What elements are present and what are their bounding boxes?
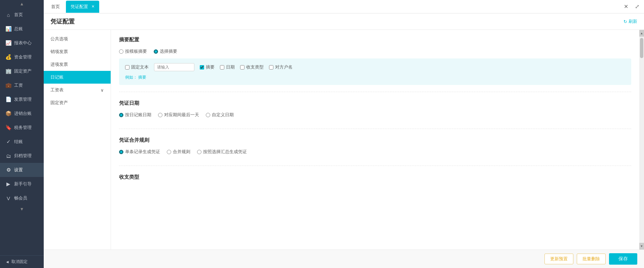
sidebar-item-label: 进销台账 [14,110,32,117]
merge-rules-title: 凭证合并规则 [119,137,631,143]
custom-date-input[interactable] [206,113,210,117]
sidebar-item-ledger[interactable]: 📊 总账 [0,22,44,36]
custom-date-radio[interactable]: 自定义日期 [206,112,234,118]
example-text: 例如： 摘要 [125,75,625,80]
summary-radio-group: 按模板摘要 选择摘要 [119,48,631,54]
scrollbar-down-button[interactable]: ▼ [639,243,644,250]
right-content: 摘要配置 按模板摘要 选择摘要 固定文本 [111,30,639,250]
example-value: 摘要 [138,75,146,80]
left-nav-item-journal[interactable]: 日记账 [44,71,111,84]
reports-icon: 📈 [5,40,11,46]
date-checkbox-label[interactable]: 日期 [220,64,235,70]
fixed-text-checkbox[interactable] [125,65,129,70]
tab-home[interactable]: 首页 [46,1,65,13]
sidebar-item-archive[interactable]: 🗂 归档管理 [0,149,44,163]
content-area: 公共选项 销项发票 进项发票 日记账 工资表 ∨ 固定资产 摘要配置 [44,30,644,250]
single-record-label: 单条记录生成凭证 [125,149,160,155]
date-checkbox[interactable] [220,65,224,70]
sidebar-item-member[interactable]: V 畅会员 [0,191,44,205]
single-record-input[interactable] [119,150,123,154]
summary-checkbox-label[interactable]: 摘要 [200,64,215,70]
update-preview-button[interactable]: 更新预置 [544,254,573,264]
left-nav-sales-label: 销项发票 [50,49,68,55]
payroll-icon: 💼 [5,82,11,88]
archive-icon: 🗂 [5,153,11,159]
by-selection-input[interactable] [197,150,201,154]
last-day-input[interactable] [158,113,162,117]
scrollbar-thumb[interactable] [640,38,643,58]
tab-close-button[interactable]: ✕ [91,4,94,9]
summary-checkbox[interactable] [200,65,204,70]
scrollbar-up-button[interactable]: ▲ [639,30,644,37]
fixed-text-checkbox-label[interactable]: 固定文本 [125,64,149,70]
select-summary-input[interactable] [154,49,158,54]
counterpart-name-checkbox[interactable] [269,65,273,70]
sidebar-item-label: 固定资产 [14,68,32,74]
guide-icon: ▶ [5,181,11,187]
template-summary-label: 按模板摘要 [125,48,147,54]
merge-rules-radio[interactable]: 合并规则 [167,149,190,155]
left-nav-purchase-label: 进项发票 [50,61,68,68]
left-nav-item-fixed-assets[interactable]: 固定资产 [44,96,111,109]
sidebar-item-payroll[interactable]: 💼 工资 [0,78,44,92]
sidebar-item-label: 首页 [14,12,23,18]
close-window-button[interactable]: ✕ [622,3,630,10]
left-nav-journal-label: 日记账 [50,74,64,80]
select-summary-radio[interactable]: 选择摘要 [154,48,177,54]
sidebar-scroll-down[interactable]: ▼ [0,205,44,213]
sidebar-item-home[interactable]: ⌂ 首页 [0,8,44,22]
by-selection-label: 按照选择汇总生成凭证 [203,149,247,155]
refresh-button[interactable]: ↻ 刷新 [623,18,637,25]
tab-voucher-config[interactable]: 凭证配置 ✕ [66,1,99,13]
counterpart-name-label: 对方户名 [275,64,293,70]
sidebar-item-label: 归档管理 [14,153,32,159]
by-journal-date-input[interactable] [119,113,123,117]
left-nav-item-purchase-invoice[interactable]: 进项发票 [44,58,111,71]
tab-home-label: 首页 [51,4,60,10]
income-type-checkbox[interactable] [240,65,244,70]
purchase-sale-icon: 📦 [5,110,11,117]
sidebar-item-purchase-sale[interactable]: 📦 进销台账 [0,106,44,121]
left-nav-payroll-label: 工资表 [50,87,64,93]
tab-bar: 首页 凭证配置 ✕ ✕ ⤢ [44,0,644,13]
save-button[interactable]: 保存 [609,253,637,265]
counterpart-name-checkbox-label[interactable]: 对方户名 [269,64,293,70]
assets-icon: 🏢 [5,68,11,74]
left-nav-item-payroll-table[interactable]: 工资表 ∨ [44,84,111,96]
left-nav-item-public[interactable]: 公共选项 [44,33,111,45]
left-nav-item-sales-invoice[interactable]: 销项发票 [44,45,111,58]
batch-delete-button[interactable]: 批量删除 [577,254,606,264]
funds-icon: 💰 [5,54,11,60]
by-journal-date-radio[interactable]: 按日记账日期 [119,112,151,118]
income-type-label: 收支类型 [246,64,264,70]
sidebar-scroll-up[interactable]: ▲ [0,0,44,8]
sidebar-item-closing[interactable]: ✓ 结账 [0,135,44,149]
sidebar-item-funds[interactable]: 💰 资金管理 [0,50,44,64]
custom-date-label: 自定义日期 [212,112,234,118]
cancel-pin-button[interactable]: ◄ 取消固定 [0,255,44,268]
template-summary-radio[interactable]: 按模板摘要 [119,48,147,54]
by-selection-radio[interactable]: 按照选择汇总生成凭证 [197,149,247,155]
fixed-text-input[interactable] [154,63,194,71]
cancel-pin-label: 取消固定 [11,259,28,265]
sidebar-item-label: 新手引导 [14,181,32,187]
voucher-date-title: 凭证日期 [119,100,631,106]
page-title: 凭证配置 [50,17,75,26]
income-type-checkbox-label[interactable]: 收支类型 [240,64,264,70]
sidebar-item-assets[interactable]: 🏢 固定资产 [0,64,44,78]
merge-rules-input[interactable] [167,150,171,154]
sidebar-item-settings[interactable]: ⚙ 设置 [0,163,44,177]
expand-icon: ∨ [101,88,104,93]
sidebar-item-guide[interactable]: ▶ 新手引导 [0,177,44,191]
template-summary-input[interactable] [119,49,123,54]
single-record-radio[interactable]: 单条记录生成凭证 [119,149,160,155]
tab-voucher-config-label: 凭证配置 [71,4,88,10]
example-label: 例如： [125,75,137,80]
sidebar-item-tax[interactable]: 🔖 税务管理 [0,121,44,135]
tab-actions: ✕ ⤢ [622,3,641,10]
sidebar-item-invoices[interactable]: 📄 发票管理 [0,92,44,106]
merge-rules-label: 合并规则 [173,149,190,155]
last-day-radio[interactable]: 对应期间最后一天 [158,112,199,118]
sidebar-item-reports[interactable]: 📈 报表中心 [0,36,44,50]
resize-window-button[interactable]: ⤢ [633,3,641,10]
